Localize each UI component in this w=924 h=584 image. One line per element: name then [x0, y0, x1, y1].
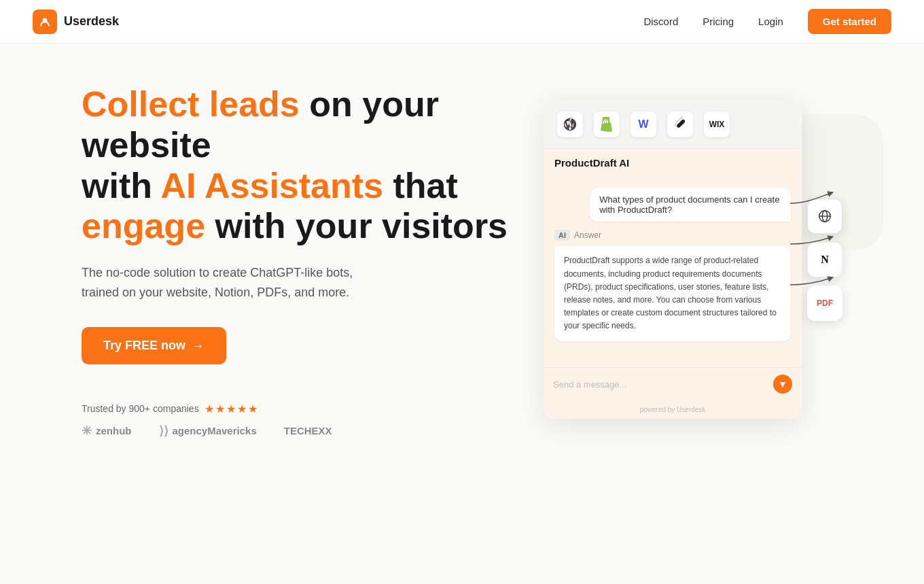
- hero-subtext-line1: The no-code solution to create ChatGPT-l…: [82, 266, 353, 279]
- pdf-label: PDF: [817, 298, 833, 308]
- hero-section: Collect leads on your websitewith AI Ass…: [0, 44, 924, 479]
- squarespace-icon: [667, 111, 693, 137]
- hero-right: W WIX ProductDraft AI What types of prod…: [544, 101, 870, 422]
- heading-ai-assistants: AI Assistants: [161, 166, 384, 205]
- get-started-button[interactable]: Get started: [808, 9, 891, 34]
- star-rating: ★★★★★: [205, 402, 259, 415]
- webflow-icon: W: [630, 111, 656, 137]
- agency-label: agencyMavericks: [173, 425, 257, 436]
- nav-links: Discord Pricing Login Get started: [643, 9, 891, 34]
- ai-badge: AI: [554, 230, 570, 241]
- hero-heading: Collect leads on your websitewith AI Ass…: [82, 84, 516, 247]
- answer-label: Answer: [574, 230, 601, 240]
- nav-login[interactable]: Login: [758, 16, 783, 27]
- hero-left: Collect leads on your websitewith AI Ass…: [82, 84, 516, 439]
- chat-input-placeholder: Send a message...: [553, 379, 626, 390]
- answer-label-row: AI Answer: [554, 230, 791, 241]
- hero-subtext: The no-code solution to create ChatGPT-l…: [82, 263, 516, 303]
- wix-icon: WIX: [704, 111, 730, 137]
- heading-text2: that: [393, 166, 457, 205]
- wordpress-icon: [557, 111, 583, 137]
- integration-bar: W WIX: [544, 101, 802, 149]
- try-free-button[interactable]: Try FREE now →: [82, 327, 226, 364]
- logo-text: Userdesk: [64, 14, 119, 29]
- logo-container: Userdesk: [33, 10, 119, 34]
- user-message: What types of product documents can I cr…: [590, 188, 791, 222]
- try-free-label: Try FREE now: [103, 339, 185, 353]
- chat-body[interactable]: What types of product documents can I cr…: [544, 177, 802, 367]
- nav-discord[interactable]: Discord: [643, 16, 678, 27]
- hero-subtext-line2: trained on your website, Notion, PDFs, a…: [82, 286, 349, 299]
- zenhub-label: zenhub: [96, 425, 132, 436]
- chat-widget: W WIX ProductDraft AI What types of prod…: [544, 101, 802, 419]
- bot-message: ProductDraft supports a wide range of pr…: [554, 246, 791, 341]
- agency-icon: ⟩⟩: [159, 424, 168, 439]
- logo-icon: [33, 10, 57, 34]
- shopify-icon: [594, 111, 620, 137]
- logo-agencymavericks: ⟩⟩ agencyMavericks: [159, 424, 257, 439]
- arrow-decorations: [787, 190, 841, 298]
- logo-techexx: TECHEXX: [284, 425, 332, 436]
- chat-header: ProductDraft AI: [544, 149, 802, 177]
- send-button[interactable]: ▼: [773, 375, 792, 394]
- heading-engage: engage: [82, 206, 205, 245]
- powered-by: powered by Userdesk: [544, 400, 802, 419]
- trusted-section: Trusted by 900+ companies ★★★★★ ✳ zenhub…: [82, 402, 516, 439]
- logo-zenhub: ✳ zenhub: [82, 424, 132, 439]
- heading-collect-leads: Collect leads: [82, 84, 300, 124]
- trusted-label: Trusted by 900+ companies: [82, 403, 199, 414]
- chat-input-bar: Send a message... ▼: [544, 367, 802, 400]
- trusted-text: Trusted by 900+ companies ★★★★★: [82, 402, 516, 415]
- trusted-logos: ✳ zenhub ⟩⟩ agencyMavericks TECHEXX: [82, 424, 516, 439]
- techexx-label: TECHEXX: [284, 425, 332, 436]
- cta-arrow: →: [191, 338, 205, 354]
- zenhub-icon: ✳: [82, 424, 92, 439]
- heading-text3: with your visitors: [215, 206, 508, 245]
- navbar: Userdesk Discord Pricing Login Get start…: [0, 0, 924, 44]
- nav-pricing[interactable]: Pricing: [703, 16, 734, 27]
